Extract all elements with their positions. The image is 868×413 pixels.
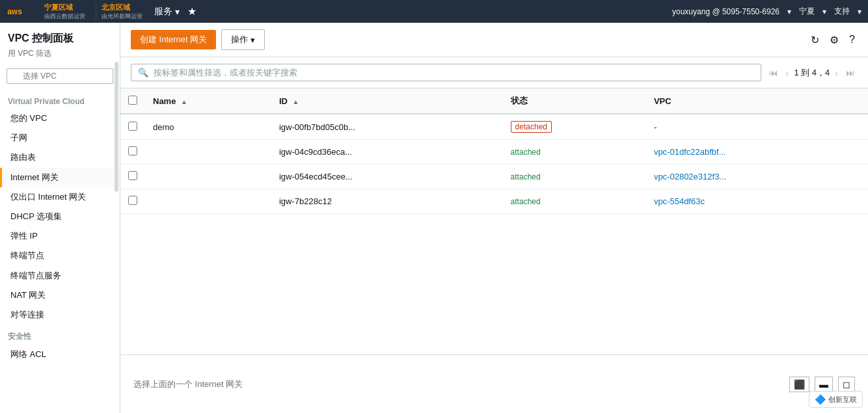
search-bar: 🔍 ⏮ ‹ 1 到 4，4 › ⏭ (120, 57, 868, 88)
watermark-logo: 🔷 (815, 394, 826, 405)
sidebar-item-peering[interactable]: 对等连接 (0, 305, 120, 325)
sidebar-item-elastic-ip[interactable]: 弹性 IP (0, 226, 120, 246)
support-label[interactable]: 支持 (834, 6, 850, 17)
settings-button[interactable]: ⚙ (827, 31, 841, 49)
row-status: detached (503, 114, 646, 140)
table-header-row: Name ▲ ID ▲ 状态 VPC (120, 88, 868, 114)
sidebar-item-egress-gateway[interactable]: 仅出口 Internet 网关 (0, 187, 120, 207)
sidebar-item-endpoints[interactable]: 终端节点 (0, 246, 120, 265)
services-menu[interactable]: 服务 ▾ (154, 6, 180, 18)
row-name (145, 140, 271, 165)
region1-sub: 由西云数据运营 (44, 12, 85, 21)
favorites-star-icon[interactable]: ★ (187, 5, 197, 18)
row-vpc[interactable]: vpc-554df63c (646, 189, 868, 214)
sidebar-section-vpc: Virtual Private Cloud (0, 90, 120, 109)
row-status: attached (503, 165, 646, 189)
status-attached-label: attached (511, 172, 541, 181)
pagination-last-button[interactable]: ⏭ (843, 66, 858, 79)
region2-sub: 由光环新网运营 (102, 12, 142, 21)
sidebar-item-dhcp[interactable]: DHCP 选项集 (0, 207, 120, 226)
sidebar-item-acl[interactable]: 网络 ACL (0, 345, 120, 364)
region2-block: 北京区域 由光环新网运营 (102, 3, 142, 21)
row-id: igw-00fb7bd05c0b... (271, 114, 503, 140)
user-label[interactable]: youxuyang @ 5095-7550-6926 (672, 7, 780, 16)
internet-gateway-table: Name ▲ ID ▲ 状态 VPC (120, 88, 868, 214)
name-sort-icon: ▲ (181, 98, 187, 105)
row-name: demo (145, 114, 271, 140)
refresh-button[interactable]: ↻ (808, 31, 822, 49)
vpc-filter-input[interactable] (7, 68, 113, 84)
row-checkbox-cell (120, 114, 145, 140)
sidebar-item-nat-gateway[interactable]: NAT 网关 (0, 286, 120, 305)
create-internet-gateway-button[interactable]: 创建 Internet 网关 (131, 30, 216, 49)
row-checkbox[interactable] (128, 122, 137, 131)
vpc-link[interactable]: vpc-554df63c (654, 196, 705, 206)
services-label: 服务 (154, 6, 172, 18)
select-all-checkbox[interactable] (128, 96, 137, 105)
region-selector[interactable]: 宁夏 (799, 6, 815, 17)
sidebar-item-internet-gateway[interactable]: Internet 网关 (0, 168, 120, 187)
region-separator (96, 3, 96, 21)
sidebar-item-route-table[interactable]: 路由表 (0, 148, 120, 167)
column-id[interactable]: ID ▲ (271, 88, 503, 114)
status-attached-label: attached (511, 148, 541, 157)
row-vpc[interactable]: vpc-02802e312f3... (646, 165, 868, 189)
pagination-first-button[interactable]: ⏮ (766, 66, 781, 79)
help-button[interactable]: ? (847, 31, 858, 48)
panel-split-horizontal-button[interactable]: ⬛ (789, 377, 809, 392)
watermark-text: 创新互联 (828, 395, 857, 405)
row-checkbox[interactable] (128, 146, 137, 155)
column-name[interactable]: Name ▲ (145, 88, 271, 114)
status-attached-label: attached (511, 197, 541, 206)
support-dropdown-icon: ▾ (858, 7, 861, 16)
status-detached-badge: detached (511, 121, 552, 133)
table-row[interactable]: igw-054ecd45cee...attachedvpc-02802e312f… (120, 165, 868, 189)
row-vpc[interactable]: vpc-01dfc22abfbf... (646, 140, 868, 165)
actions-chevron-icon: ▾ (251, 35, 255, 45)
sidebar-scrollbar[interactable] (115, 62, 118, 192)
row-vpc: - (646, 114, 868, 140)
table-row[interactable]: demoigw-00fb7bd05c0b...detached- (120, 114, 868, 140)
aws-logo[interactable]: aws (7, 5, 38, 19)
sidebar-section-security: 安全性 (0, 325, 120, 345)
pagination-prev-button[interactable]: ‹ (783, 66, 792, 79)
row-checkbox[interactable] (128, 171, 137, 180)
sidebar-item-subnet[interactable]: 子网 (0, 128, 120, 148)
services-chevron-icon: ▾ (175, 7, 180, 17)
row-id: igw-7b228c12 (271, 189, 503, 214)
column-vpc[interactable]: VPC (646, 88, 868, 114)
panel-maximize-button[interactable]: ◻ (838, 377, 855, 392)
row-checkbox-cell (120, 140, 145, 165)
sidebar-title: VPC 控制面板 (0, 23, 120, 48)
row-checkbox[interactable] (128, 196, 137, 205)
table-row[interactable]: igw-04c9cd36eca...attachedvpc-01dfc22abf… (120, 140, 868, 165)
sidebar-item-your-vpc[interactable]: 您的 VPC (0, 109, 120, 128)
row-id: igw-04c9cd36eca... (271, 140, 503, 165)
row-name (145, 165, 271, 189)
row-checkbox-cell (120, 189, 145, 214)
panel-split-vertical-button[interactable]: ▬ (815, 377, 833, 392)
row-status: attached (503, 140, 646, 165)
search-input-wrapper: 🔍 (131, 64, 761, 81)
pagination-text: 1 到 4，4 (794, 67, 830, 79)
region-dropdown-icon: ▾ (822, 7, 826, 16)
pagination-next-button[interactable]: › (832, 66, 841, 79)
row-name (145, 189, 271, 214)
column-status[interactable]: 状态 (503, 88, 646, 114)
select-all-header[interactable] (120, 88, 145, 114)
region2-name: 北京区域 (102, 3, 142, 12)
sidebar-subtitle: 用 VPC 筛选 (0, 48, 120, 64)
vpc-link[interactable]: vpc-02802e312f3... (654, 172, 726, 181)
sidebar-item-endpoint-services[interactable]: 终端节点服务 (0, 266, 120, 286)
bottom-panel-text: 选择上面的一个 Internet 网关 (133, 379, 243, 390)
search-input[interactable] (154, 68, 754, 77)
vpc-link[interactable]: vpc-01dfc22abfbf... (654, 147, 726, 157)
sidebar-filter (0, 64, 120, 90)
row-checkbox-cell (120, 165, 145, 189)
watermark: 🔷 创新互联 (809, 391, 863, 408)
search-icon: 🔍 (138, 68, 148, 77)
row-status: attached (503, 189, 646, 214)
actions-button[interactable]: 操作 ▾ (221, 29, 265, 50)
bottom-panel-icons: ⬛ ▬ ◻ (789, 377, 855, 392)
table-row[interactable]: igw-7b228c12attachedvpc-554df63c (120, 189, 868, 214)
